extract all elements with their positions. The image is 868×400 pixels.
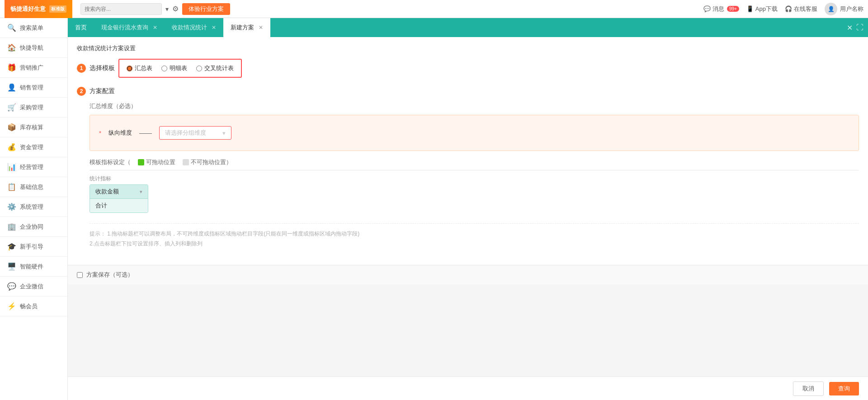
top-search-input[interactable]	[80, 3, 162, 15]
sidebar-item-basic-info[interactable]: 📋 基础信息	[0, 177, 67, 197]
radio-summary-input[interactable]	[127, 66, 132, 71]
download-item[interactable]: 📱 App下载	[746, 5, 778, 13]
dimension-row: * 纵向维度 —— 请选择分组维度 ▾	[99, 126, 849, 140]
sidebar-item-inventory[interactable]: 📦 库存核算	[0, 118, 67, 137]
sidebar-item-label: 畅会员	[20, 302, 38, 311]
lightning-icon: ⚡	[7, 302, 16, 311]
step2-header: 2 方案配置	[77, 87, 859, 96]
message-badge: 99+	[727, 6, 739, 12]
radio-detail-label: 明细表	[170, 64, 187, 72]
indicator-table: 收款金额 ▾ 合计	[90, 184, 148, 213]
message-label: 消息	[712, 5, 724, 13]
tab-bar-actions: ✕ ⛶	[847, 24, 868, 32]
search-dropdown-btn[interactable]: ▾	[165, 5, 169, 13]
tab-collection-label: 收款情况统计	[172, 24, 207, 32]
tips-area: 提示： 1.拖动标题栏可以调整布局，不可跨维度或指标区域拖动栏目字段(只能在同一…	[90, 223, 859, 249]
main-area: 首页 现金银行流水查询 ✕ 收款情况统计 ✕ 新建方案 ✕ ✕ ⛶	[68, 18, 868, 400]
sidebar-item-system[interactable]: ⚙️ 系统管理	[0, 197, 67, 217]
tip-line1: 提示： 1.拖动标题栏可以调整布局，不可跨维度或指标区域拖动栏目字段(只能在同一…	[90, 229, 859, 239]
industry-plan-button[interactable]: 体验行业方案	[182, 3, 230, 15]
home-icon: 🏠	[7, 43, 16, 52]
sidebar-item-search[interactable]: 🔍 搜索菜单	[0, 18, 67, 38]
sidebar-item-label: 智能硬件	[20, 263, 43, 271]
query-button[interactable]: 查询	[829, 382, 859, 395]
tab-collection-stat[interactable]: 收款情况统计 ✕	[165, 18, 223, 37]
tab-bank-flow-close[interactable]: ✕	[153, 24, 157, 31]
cancel-button[interactable]: 取消	[793, 381, 824, 396]
building-icon: 🏢	[7, 222, 16, 231]
sidebar-item-label: 企业协同	[20, 223, 43, 231]
clipboard-icon: 📋	[7, 183, 16, 191]
radio-cross-label: 交叉统计表	[204, 64, 234, 72]
search-icon: 🔍	[7, 24, 16, 32]
gift-icon: 🎁	[7, 63, 16, 72]
sidebar-item-operation[interactable]: 📊 经营管理	[0, 157, 67, 177]
content-inner: 收款情况统计方案设置 1 选择模板 汇总表	[68, 37, 868, 265]
service-icon: 🎧	[785, 5, 792, 12]
tab-new-plan-close[interactable]: ✕	[259, 24, 263, 31]
logo-sub: 标准版	[49, 5, 66, 13]
radio-cross-input[interactable]	[196, 66, 202, 71]
save-checkbox[interactable]	[77, 272, 83, 278]
radio-detail-input[interactable]	[161, 66, 167, 71]
non-draggable-indicator	[183, 159, 189, 165]
breadcrumb: 收款情况统计方案设置	[77, 44, 859, 52]
sidebar-item-label: 系统管理	[20, 203, 43, 211]
sidebar-item-marketing[interactable]: 🎁 营销推广	[0, 58, 67, 78]
indicator-col-header[interactable]: 收款金额 ▾	[90, 185, 148, 199]
radio-detail[interactable]: 明细表	[161, 64, 187, 72]
sidebar-item-sales[interactable]: 👤 销售管理	[0, 78, 67, 98]
tab-bar: 首页 现金银行流水查询 ✕ 收款情况统计 ✕ 新建方案 ✕ ✕ ⛶	[68, 18, 868, 37]
dropdown-chevron-icon: ▾	[222, 130, 226, 136]
download-icon: 📱	[746, 5, 754, 12]
dimension-dropdown[interactable]: 请选择分组维度 ▾	[159, 126, 231, 140]
sidebar-item-label: 快捷导航	[20, 44, 43, 52]
user-icon: 👤	[7, 83, 16, 92]
indicator-table-container: 统计指标 收款金额 ▾ 合计	[90, 175, 859, 214]
tab-bank-flow[interactable]: 现金银行流水查询 ✕	[94, 18, 165, 37]
radio-cross[interactable]: 交叉统计表	[196, 64, 234, 72]
sidebar-item-label: 营销推广	[20, 64, 43, 72]
tab-new-plan-label: 新建方案	[231, 24, 254, 32]
content-area: 收款情况统计方案设置 1 选择模板 汇总表	[68, 37, 868, 376]
step2-number: 2	[77, 87, 86, 96]
user-area[interactable]: 👤 用户名称	[825, 3, 863, 15]
indicator-row-label: 合计	[95, 202, 107, 209]
tab-expand-icon[interactable]: ⛶	[856, 24, 863, 32]
tab-collection-close[interactable]: ✕	[212, 24, 216, 31]
sidebar-item-purchase[interactable]: 🛒 采购管理	[0, 98, 67, 118]
sidebar-item-finance[interactable]: 💰 资金管理	[0, 137, 67, 157]
step2-label: 方案配置	[90, 87, 115, 95]
tab-close-all-icon[interactable]: ✕	[847, 24, 853, 32]
sidebar-item-label: 搜索菜单	[20, 24, 43, 32]
chat-icon: 💬	[7, 282, 16, 291]
tab-bank-flow-label: 现金银行流水查询	[101, 24, 148, 32]
sidebar-item-wechat[interactable]: 💬 企业微信	[0, 277, 67, 296]
dimension-placeholder: 请选择分组维度	[165, 129, 206, 137]
sidebar-item-quick-nav[interactable]: 🏠 快捷导航	[0, 38, 67, 58]
settings-gear-icon[interactable]: ⚙	[172, 5, 179, 13]
sidebar-item-guide[interactable]: 🎓 新手引导	[0, 237, 67, 257]
indicator-row: 合计	[90, 199, 148, 212]
sidebar-item-label: 新手引导	[20, 243, 43, 251]
service-item[interactable]: 🎧 在线客服	[785, 5, 817, 13]
sidebar-item-enterprise[interactable]: 🏢 企业协同	[0, 217, 67, 237]
radio-summary[interactable]: 汇总表	[127, 64, 152, 72]
step1-header: 1 选择模板 汇总表 明细表	[77, 59, 859, 78]
service-label: 在线客服	[794, 5, 817, 13]
tab-home[interactable]: 首页	[68, 18, 94, 37]
template-select-area: 汇总表 明细表 交叉统计表	[118, 59, 242, 78]
required-marker: *	[99, 130, 101, 136]
message-item[interactable]: 💬 消息 99+	[703, 5, 739, 13]
chart-icon: 📊	[7, 163, 16, 171]
indicator-chevron-icon[interactable]: ▾	[140, 189, 142, 195]
top-bar-right: 💬 消息 99+ 📱 App下载 🎧 在线客服 👤 用户名称	[703, 3, 863, 15]
tab-new-plan[interactable]: 新建方案 ✕	[223, 18, 270, 37]
dimension-area: * 纵向维度 —— 请选择分组维度 ▾	[90, 115, 859, 151]
message-icon: 💬	[703, 5, 711, 12]
sidebar-item-member[interactable]: ⚡ 畅会员	[0, 296, 67, 316]
radio-summary-label: 汇总表	[135, 64, 152, 72]
sidebar-item-hardware[interactable]: 🖥️ 智能硬件	[0, 257, 67, 277]
step1-section: 1 选择模板 汇总表 明细表	[77, 59, 859, 78]
config-area: 汇总维度（必选） * 纵向维度 —— 请选择分组维度 ▾	[90, 102, 859, 249]
